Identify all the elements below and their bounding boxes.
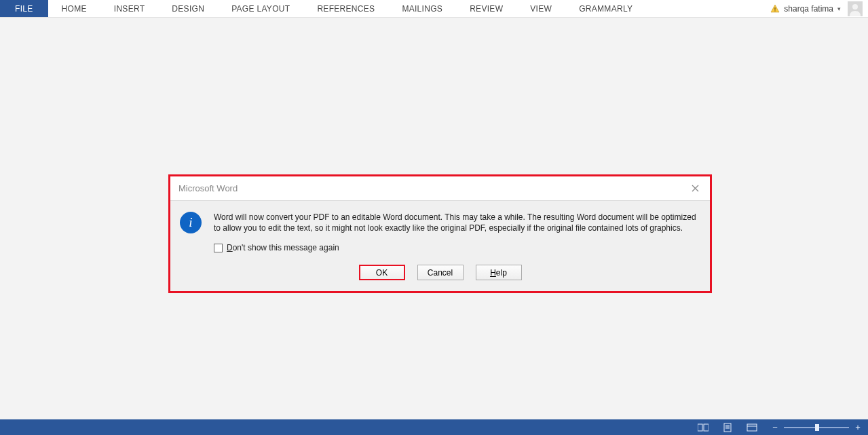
dialog-title: Microsoft Word bbox=[178, 183, 687, 193]
warning-icon bbox=[770, 4, 780, 14]
print-layout-icon[interactable] bbox=[721, 421, 734, 434]
help-button[interactable]: Help bbox=[476, 265, 522, 280]
svg-point-2 bbox=[852, 4, 858, 10]
read-mode-icon[interactable] bbox=[697, 421, 709, 434]
ribbon-tab-references[interactable]: REFERENCES bbox=[303, 0, 388, 17]
dialog-titlebar: Microsoft Word bbox=[170, 176, 710, 201]
zoom-out-icon[interactable]: − bbox=[770, 422, 780, 432]
svg-rect-6 bbox=[704, 424, 709, 431]
ribbon-tab-view[interactable]: VIEW bbox=[516, 0, 565, 17]
zoom-slider[interactable]: − + bbox=[770, 422, 863, 432]
dialog: Microsoft Word i Word will now convert y… bbox=[168, 174, 712, 293]
status-bar: − + bbox=[0, 419, 868, 435]
zoom-in-icon[interactable]: + bbox=[853, 422, 863, 432]
cancel-button[interactable]: Cancel bbox=[417, 265, 464, 280]
svg-rect-5 bbox=[698, 424, 702, 431]
zoom-track[interactable] bbox=[784, 427, 849, 428]
ribbon-tab-page-layout[interactable]: PAGE LAYOUT bbox=[218, 0, 303, 17]
ribbon-bar: FILE HOME INSERT DESIGN PAGE LAYOUT REFE… bbox=[0, 0, 868, 18]
ribbon-tab-mailings[interactable]: MAILINGS bbox=[388, 0, 456, 17]
close-icon[interactable] bbox=[687, 181, 703, 197]
user-name: sharqa fatima bbox=[784, 4, 833, 14]
dont-show-again-row[interactable]: Don't show this message again bbox=[214, 243, 700, 252]
svg-rect-7 bbox=[724, 423, 731, 432]
ribbon-tab-review[interactable]: REVIEW bbox=[456, 0, 516, 17]
ribbon-tab-home[interactable]: HOME bbox=[48, 0, 100, 17]
avatar bbox=[848, 1, 863, 16]
zoom-thumb[interactable] bbox=[815, 424, 819, 431]
svg-rect-1 bbox=[775, 10, 776, 11]
dialog-button-row: OK Cancel Help bbox=[180, 265, 700, 280]
web-layout-icon[interactable] bbox=[746, 421, 758, 434]
user-area[interactable]: sharqa fatima ▾ bbox=[770, 0, 868, 17]
ribbon-tab-file[interactable]: FILE bbox=[0, 0, 48, 17]
dont-show-again-checkbox[interactable] bbox=[214, 244, 223, 252]
info-icon: i bbox=[180, 212, 202, 233]
ribbon-tab-design[interactable]: DESIGN bbox=[158, 0, 218, 17]
dialog-body: i Word will now convert your PDF to an e… bbox=[170, 201, 710, 291]
ribbon-tab-grammarly[interactable]: GRAMMARLY bbox=[565, 0, 646, 17]
user-dropdown-caret-icon: ▾ bbox=[837, 5, 841, 12]
ok-button[interactable]: OK bbox=[359, 265, 405, 280]
svg-rect-11 bbox=[747, 424, 757, 431]
dont-show-again-label: Don't show this message again bbox=[227, 243, 339, 252]
ribbon-tab-insert[interactable]: INSERT bbox=[100, 0, 159, 17]
svg-rect-0 bbox=[775, 7, 776, 10]
dialog-message: Word will now convert your PDF to an edi… bbox=[214, 212, 700, 233]
